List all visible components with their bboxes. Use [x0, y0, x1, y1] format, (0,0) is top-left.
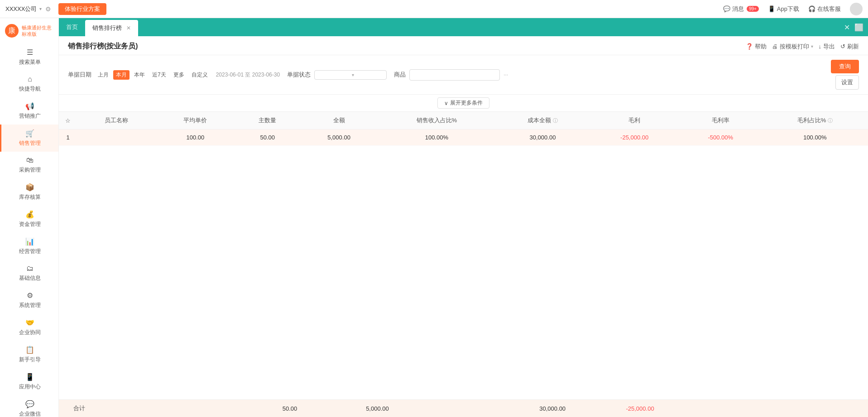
sidebar-item-purchase[interactable]: 🛍 采购管理: [0, 152, 58, 178]
col-gross: 毛利: [590, 112, 679, 129]
status-filter-section: 单据状态 ▾: [287, 70, 387, 80]
status-filter-label: 单据状态: [287, 71, 311, 79]
sales-icon: 🛒: [25, 129, 34, 138]
sidebar-item-inventory[interactable]: 📦 库存核算: [0, 178, 58, 206]
system-icon: ⚙: [27, 291, 33, 300]
tab-home[interactable]: 首页: [59, 18, 85, 36]
wechat-icon: 💬: [25, 400, 34, 408]
content-area: 首页 销售排行榜 ✕ ✕ ⬜ 销售排行榜(按业务员) ❓ 帮助: [59, 18, 868, 417]
sidebar: 康 畅康通好生意 标准版 ☰ 搜索菜单 ⌂ 快捷导航 📢 营销推广 🛒 销售管理…: [0, 18, 59, 417]
export-icon: ↓: [819, 43, 822, 50]
avatar[interactable]: [850, 3, 863, 15]
date-btn-this-month[interactable]: 本月: [113, 70, 129, 80]
marketing-icon: 📢: [25, 102, 34, 110]
sidebar-item-appcenter[interactable]: 📱 应用中心: [0, 368, 58, 395]
footer-total-label: 合计: [73, 405, 85, 412]
guide-icon: 📋: [25, 345, 34, 354]
gross-pct-info-icon[interactable]: ⓘ: [828, 118, 833, 123]
online-service-button[interactable]: 🎧 在线客服: [808, 5, 841, 13]
table-row: 1 100.00 50.00 5,000.00 100.00% 30,000.0…: [59, 129, 868, 146]
sidebar-item-shortcut[interactable]: ⌂ 快捷导航: [0, 71, 58, 97]
refresh-button[interactable]: ↺ 刷新: [840, 43, 859, 51]
sidebar-item-shortcut-label: 快捷导航: [19, 85, 41, 93]
status-select[interactable]: ▾: [314, 70, 387, 80]
sidebar-item-system[interactable]: ⚙ 系统管理: [0, 287, 58, 314]
help-icon: ❓: [746, 43, 753, 50]
footer-cost: 30,000.00: [509, 405, 596, 412]
main-layout: 康 畅康通好生意 标准版 ☰ 搜索菜单 ⌂ 快捷导航 📢 营销推广 🛒 销售管理…: [0, 18, 868, 417]
sidebar-item-search[interactable]: ☰ 搜索菜单: [0, 43, 58, 71]
sidebar-item-marketing[interactable]: 📢 营销推广: [0, 97, 58, 125]
page-content: 销售排行榜(按业务员) ❓ 帮助 🖨 按模板打印 ▾ ↓ 导出: [59, 36, 868, 417]
footer-main-qty: 50.00: [246, 405, 333, 412]
search-menu-icon: ☰: [27, 48, 33, 57]
sidebar-item-finance-label: 资金管理: [19, 220, 41, 228]
date-btn-this-year[interactable]: 本年: [131, 70, 148, 80]
finance-icon: 💰: [25, 210, 34, 219]
more-filter-icon[interactable]: ···: [504, 72, 508, 78]
export-button[interactable]: ↓ 导出: [819, 43, 835, 51]
col-name: 员工名称: [77, 112, 156, 129]
filter-bar: 单据日期 上月 本月 本年 近7天 更多 自定义 2023-06-01 至 20…: [59, 55, 868, 95]
message-button[interactable]: 💬 消息 99+: [723, 5, 759, 13]
tab-sales-rank[interactable]: 销售排行榜 ✕: [85, 20, 138, 36]
goods-input[interactable]: [409, 69, 500, 81]
page-header-actions: ❓ 帮助 🖨 按模板打印 ▾ ↓ 导出 ↺ 刷新: [746, 43, 859, 51]
goods-filter-section: 商品 ···: [394, 69, 508, 81]
table-wrap: ☆ 员工名称 平均单价 主数量 全额 销售收入占比% 成本全额 ⓘ 毛利 毛利率…: [59, 112, 868, 399]
print-icon: 🖨: [772, 43, 778, 50]
filter-query-area: 查询 设置: [831, 60, 859, 90]
company-chevron-icon: ▾: [39, 6, 42, 11]
cell-gross: -25,000.00: [590, 129, 679, 146]
company-selector[interactable]: XXXXX公司 ▾: [5, 5, 42, 13]
print-chevron-icon: ▾: [811, 44, 813, 49]
col-index: ☆: [59, 112, 77, 129]
cell-cost: 30,000.00: [496, 129, 590, 146]
svg-text:康: 康: [8, 27, 15, 34]
sidebar-item-appcenter-label: 应用中心: [19, 383, 41, 391]
sidebar-item-enterprise-collab[interactable]: 🤝 企业协同: [0, 314, 58, 341]
sidebar-item-operations[interactable]: 📊 经营管理: [0, 233, 58, 260]
date-filter-section: 单据日期 上月 本月 本年 近7天 更多 自定义 2023-06-01 至 20…: [68, 70, 280, 80]
print-button[interactable]: 🖨 按模板打印 ▾: [772, 43, 813, 51]
tab-sales-rank-label: 销售排行榜: [92, 24, 122, 32]
query-button[interactable]: 查询: [831, 60, 859, 73]
data-table: ☆ 员工名称 平均单价 主数量 全额 销售收入占比% 成本全额 ⓘ 毛利 毛利率…: [59, 112, 868, 146]
cell-avg-price: 100.00: [156, 129, 235, 146]
filter-settings-button[interactable]: 设置: [835, 75, 859, 90]
col-gross-rate: 毛利率: [679, 112, 762, 129]
date-btn-7days[interactable]: 近7天: [149, 70, 169, 80]
sidebar-item-sales-label: 销售管理: [19, 139, 41, 147]
help-button[interactable]: ❓ 帮助: [746, 43, 767, 51]
sidebar-logo: 康 畅康通好生意 标准版: [0, 18, 58, 43]
sidebar-item-guide[interactable]: 📋 新手引导: [0, 341, 58, 368]
tab-restore-icon[interactable]: ⬜: [854, 23, 863, 32]
date-range-text: 2023-06-01 至 2023-06-30: [216, 71, 280, 79]
try-industry-button[interactable]: 体验行业方案: [58, 3, 106, 15]
expand-icon: ∨: [444, 100, 448, 106]
sidebar-item-wechat[interactable]: 💬 企业微信: [0, 395, 58, 417]
sidebar-item-sales[interactable]: 🛒 销售管理: [0, 125, 58, 152]
sidebar-item-baseinfo[interactable]: 🗂 基础信息: [0, 260, 58, 287]
date-btn-custom[interactable]: 自定义: [189, 70, 211, 80]
date-btn-more[interactable]: 更多: [171, 70, 187, 80]
sidebar-item-guide-label: 新手引导: [19, 356, 41, 364]
cost-info-icon[interactable]: ⓘ: [553, 118, 558, 123]
tab-close-all-icon[interactable]: ✕: [844, 23, 850, 32]
date-filter-label: 单据日期: [68, 71, 91, 79]
cell-gross-rate: -500.00%: [679, 129, 762, 146]
table-footer: 合计 50.00 5,000.00 30,000.00 -25,000.00: [59, 399, 868, 417]
tab-close-icon[interactable]: ✕: [126, 25, 131, 31]
tab-bar-right: ✕ ⬜: [844, 23, 868, 32]
app-download-icon: 📱: [768, 5, 775, 12]
cell-sales-pct: 100.00%: [378, 129, 495, 146]
page-header: 销售排行榜(按业务员) ❓ 帮助 🖨 按模板打印 ▾ ↓ 导出: [59, 36, 868, 55]
topbar-settings-icon[interactable]: ⚙: [45, 5, 51, 13]
tab-bar: 首页 销售排行榜 ✕ ✕ ⬜: [59, 18, 868, 36]
collab-icon: 🤝: [25, 318, 34, 327]
sidebar-item-finance[interactable]: 💰 资金管理: [0, 206, 58, 233]
app-download-button[interactable]: 📱 App下载: [768, 5, 799, 13]
status-select-chevron-icon: ▾: [352, 72, 382, 77]
date-btn-last-month[interactable]: 上月: [95, 70, 111, 80]
expand-more-button[interactable]: ∨ 展开更多条件: [437, 97, 489, 109]
